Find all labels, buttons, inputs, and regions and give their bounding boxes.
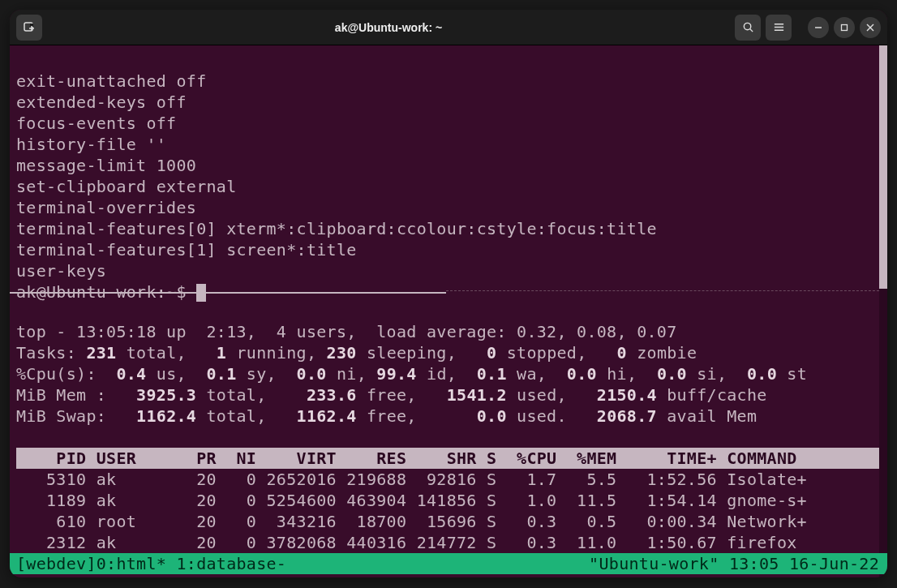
process-row: 1189 ak 20 0 5254600 463904 141856 S 1.0…: [16, 491, 807, 510]
output-line: terminal-features[0] xterm*:clipboard:cc…: [16, 219, 657, 238]
process-row: 610 root 20 0 343216 18700 15696 S 0.3 0…: [16, 512, 807, 531]
process-row: 5310 ak 20 0 2652016 219688 92816 S 1.7 …: [16, 470, 807, 489]
process-row: 2312 ak 20 0 3782068 440316 214772 S 0.3…: [16, 533, 807, 552]
output-line: history-file '': [16, 135, 166, 154]
output-line: user-keys: [16, 261, 106, 281]
tmux-status-bar[interactable]: [webdev] 0:html* 1:database-"Ubuntu-work…: [10, 553, 887, 574]
output-line: extended-keys off: [16, 92, 187, 112]
top-mem-line: MiB Mem : 3925.3 total, 233.6 free, 1541…: [16, 385, 767, 405]
scrollbar-track[interactable]: [879, 45, 887, 577]
new-tab-button[interactable]: [16, 15, 42, 41]
svg-line-5: [749, 29, 752, 32]
output-line: terminal-features[1] screen*:title: [16, 240, 357, 260]
top-header-row: PID USER PR NI VIRT RES SHR S %CPU %MEM …: [16, 448, 881, 469]
titlebar: ak@Ubuntu-work: ~: [10, 10, 887, 45]
terminal-body[interactable]: exit-unattached off extended-keys off fo…: [10, 45, 887, 577]
search-icon: [742, 21, 754, 33]
search-button[interactable]: [735, 15, 761, 41]
svg-rect-10: [842, 24, 848, 30]
output-line: terminal-overrides: [16, 198, 196, 217]
top-summary-line: top - 13:05:18 up 2:13, 4 users, load av…: [16, 322, 677, 341]
upper-pane[interactable]: exit-unattached off extended-keys off fo…: [10, 45, 887, 290]
minimize-icon: [814, 24, 822, 32]
output-line: set-clipboard external: [16, 177, 237, 196]
scrollbar-thumb[interactable]: [879, 45, 887, 289]
maximize-icon: [840, 24, 848, 32]
close-icon: [866, 24, 874, 32]
lower-pane[interactable]: top - 13:05:18 up 2:13, 4 users, load av…: [10, 295, 887, 553]
output-line: focus-events off: [16, 114, 176, 133]
minimize-button[interactable]: [808, 17, 829, 38]
svg-point-4: [744, 23, 750, 29]
status-right: "Ubuntu-work" 13:05 16-Jun-22: [589, 553, 879, 574]
output-line: message-limit 1000: [16, 156, 196, 175]
window-title: ak@Ubuntu-work: ~: [335, 21, 442, 34]
output-line: exit-unattached off: [16, 71, 206, 91]
hamburger-icon: [773, 21, 785, 33]
menu-button[interactable]: [766, 15, 792, 41]
window-list: 0:html* 1:database-: [97, 553, 286, 574]
terminal-window: ak@Ubuntu-work: ~ exit-unattached off ex…: [10, 10, 887, 577]
close-button[interactable]: [860, 17, 881, 38]
top-swap-line: MiB Swap: 1162.4 total, 1162.4 free, 0.0…: [16, 406, 757, 426]
top-tasks-line: Tasks: 231 total, 1 running, 230 sleepin…: [16, 343, 697, 363]
maximize-button[interactable]: [834, 17, 855, 38]
session-name: [webdev]: [16, 553, 97, 574]
top-cpu-line: %Cpu(s): 0.4 us, 0.1 sy, 0.0 ni, 99.4 id…: [16, 364, 807, 384]
